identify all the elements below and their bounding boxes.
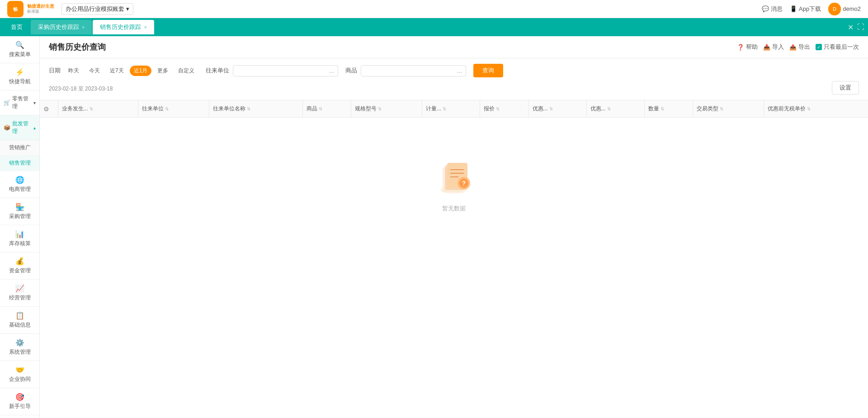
page-header: 销售历史价查询 ❓ 帮助 📥 导入 📤 导出 ✓ 只看最后一次 xyxy=(40,36,868,58)
user-profile[interactable]: D demo2 xyxy=(828,3,861,15)
sidebar-item-ecommerce[interactable]: 🌐 电商管理 xyxy=(0,171,39,198)
basics-icon: 📋 xyxy=(15,311,24,320)
app-download-label: App下载 xyxy=(799,5,821,13)
enterprise-icon: 🤝 xyxy=(15,366,24,374)
date-option-custom[interactable]: 自定义 xyxy=(174,66,198,76)
sort-goods-icon: ⇅ xyxy=(319,106,322,111)
search-icon: 🔍 xyxy=(15,41,24,49)
sidebar-item-purchase[interactable]: 🏪 采购管理 xyxy=(0,198,39,225)
col-discount1[interactable]: 优惠...⇅ xyxy=(528,100,586,118)
empty-icon: ? xyxy=(431,154,476,199)
app-selector[interactable]: 办公用品行业模拟账套 ▾ xyxy=(61,3,133,15)
message-button[interactable]: 💬 消息 xyxy=(762,5,783,13)
col-quote[interactable]: 报价⇅ xyxy=(480,100,528,118)
tab-maximize-button[interactable]: ⛶ xyxy=(857,23,864,31)
date-option-7days[interactable]: 近7天 xyxy=(106,66,128,76)
guide-icon: 🎯 xyxy=(15,393,24,401)
col-pre-tax[interactable]: 优惠前无税单价⇅ xyxy=(764,100,868,118)
date-option-yesterday[interactable]: 昨天 xyxy=(64,66,83,76)
col-discount2[interactable]: 优惠...⇅ xyxy=(586,100,644,118)
only-last-checkbox[interactable]: ✓ 只看最后一次 xyxy=(816,43,859,51)
sidebar-item-quick-nav[interactable]: ⚡ 快捷导航 xyxy=(0,63,39,90)
sidebar-label-finance: 资金管理 xyxy=(9,267,31,275)
page-title: 销售历史价查询 xyxy=(49,42,106,52)
message-icon: 💬 xyxy=(762,5,769,12)
retail-arrow-icon: ▾ xyxy=(33,100,36,105)
col-trade-type[interactable]: 交易类型⇅ xyxy=(693,100,764,118)
import-icon: 📥 xyxy=(763,44,770,51)
sidebar-label-basics: 基础信息 xyxy=(9,321,31,329)
sidebar-item-basics[interactable]: 📋 基础信息 xyxy=(0,307,39,334)
import-label: 导入 xyxy=(772,43,784,51)
goods-input-wrapper[interactable]: ... xyxy=(361,65,466,76)
sidebar-item-inventory[interactable]: 📊 库存核算 xyxy=(0,225,39,252)
data-table: ⚙ 业务发生...⇅ 往来单位⇅ 往来单位名称⇅ 商品⇅ xyxy=(40,100,868,118)
import-button[interactable]: 📥 导入 xyxy=(763,43,784,51)
settings-button[interactable]: 设置 xyxy=(832,81,859,95)
sidebar-item-operations[interactable]: 📈 经营管理 xyxy=(0,280,39,307)
top-bar: 畅 畅捷通好生意 标准版 办公用品行业模拟账套 ▾ 💬 消息 📱 App下载 D… xyxy=(0,0,868,18)
date-option-more[interactable]: 更多 xyxy=(153,66,172,76)
tab-purchase-close[interactable]: × xyxy=(82,24,85,30)
top-bar-right: 💬 消息 📱 App下载 D demo2 xyxy=(762,3,861,15)
tab-sales-close[interactable]: × xyxy=(144,24,146,30)
table-header-row: ⚙ 业务发生...⇅ 往来单位⇅ 往来单位名称⇅ 商品⇅ xyxy=(40,100,868,118)
sort-discount1-icon: ⇅ xyxy=(549,106,553,111)
content-area: 销售历史价查询 ❓ 帮助 📥 导入 📤 导出 ✓ 只看最后一次 xyxy=(40,36,868,418)
tab-purchase-history[interactable]: 采购历史价跟踪 × xyxy=(31,20,92,34)
svg-text:畅: 畅 xyxy=(13,7,18,12)
app-download-button[interactable]: 📱 App下载 xyxy=(790,5,821,13)
col-unit[interactable]: 计量...⇅ xyxy=(422,100,480,118)
counterpart-input-wrapper[interactable]: ... xyxy=(233,65,338,76)
help-button[interactable]: ❓ 帮助 xyxy=(737,43,758,51)
tab-sales-history[interactable]: 销售历史价跟踪 × xyxy=(93,20,154,34)
sidebar-item-retail-mgmt[interactable]: 🛒 零售管理 ▾ xyxy=(0,90,39,115)
page-actions: ❓ 帮助 📥 导入 📤 导出 ✓ 只看最后一次 xyxy=(737,43,859,51)
export-button[interactable]: 📤 导出 xyxy=(789,43,810,51)
goods-filter-group: 商品 ... xyxy=(345,65,466,76)
svg-text:?: ? xyxy=(462,180,466,187)
sidebar-label-operations: 经营管理 xyxy=(9,294,31,302)
sort-trade-type-icon: ⇅ xyxy=(720,106,723,111)
col-counterpart[interactable]: 往来单位⇅ xyxy=(138,100,209,118)
sidebar-item-wholesale-mgmt[interactable]: 📦 批发管理 ▴ xyxy=(0,115,39,140)
tab-close-all-button[interactable]: ✕ xyxy=(848,23,854,32)
app-name: 办公用品行业模拟账套 xyxy=(66,5,124,13)
query-button[interactable]: 查询 xyxy=(473,64,503,77)
sidebar-item-search-menu[interactable]: 🔍 搜索菜单 xyxy=(0,36,39,63)
only-last-label: 只看最后一次 xyxy=(824,43,859,51)
sidebar-item-marketing[interactable]: 营销推广 xyxy=(0,140,39,156)
goods-input[interactable] xyxy=(365,67,455,74)
sidebar-label-purchase: 采购管理 xyxy=(9,213,31,220)
sidebar-item-guide[interactable]: 🎯 新手引导 xyxy=(0,388,39,415)
column-settings-button[interactable]: ⚙ xyxy=(43,105,49,113)
col-quantity[interactable]: 数量⇅ xyxy=(644,100,693,118)
sidebar-item-enterprise[interactable]: 🤝 企业协同 xyxy=(0,361,39,388)
col-spec[interactable]: 规格型号⇅ xyxy=(351,100,422,118)
sort-biz-date-icon: ⇅ xyxy=(90,106,93,111)
sidebar-label-inventory: 库存核算 xyxy=(9,240,31,247)
lightning-icon: ⚡ xyxy=(15,68,24,76)
user-name: demo2 xyxy=(843,5,861,12)
sidebar-label-search: 搜索菜单 xyxy=(9,51,31,58)
col-biz-date[interactable]: 业务发生...⇅ xyxy=(58,100,138,118)
date-option-1month[interactable]: 近1月 xyxy=(130,66,152,76)
sidebar-label-retail: 零售管理 xyxy=(12,95,32,110)
sidebar-item-finance[interactable]: 💰 资金管理 xyxy=(0,252,39,280)
counterpart-input[interactable] xyxy=(237,67,327,74)
sidebar-item-sales-mgmt[interactable]: 销售管理 xyxy=(0,156,39,171)
sort-unit-icon: ⇅ xyxy=(443,106,446,111)
export-icon: 📤 xyxy=(789,44,797,51)
system-icon: ⚙️ xyxy=(15,338,24,347)
sidebar-item-system[interactable]: ⚙️ 系统管理 xyxy=(0,334,39,361)
table-container: ⚙ 业务发生...⇅ 往来单位⇅ 往来单位名称⇅ 商品⇅ xyxy=(40,100,868,418)
date-option-today[interactable]: 今天 xyxy=(85,66,104,76)
date-range-display: 2023-02-18 至 2023-03-18 xyxy=(49,85,113,93)
tab-home[interactable]: 首页 xyxy=(4,20,30,34)
col-goods[interactable]: 商品⇅ xyxy=(302,100,351,118)
col-counterpart-name[interactable]: 往来单位名称⇅ xyxy=(209,100,303,118)
sidebar-item-apps[interactable]: 📱 应用中心 xyxy=(0,415,39,418)
svg-text:D: D xyxy=(833,6,836,12)
message-label: 消息 xyxy=(771,5,783,13)
empty-state: ? 暂无数据 xyxy=(40,118,868,249)
